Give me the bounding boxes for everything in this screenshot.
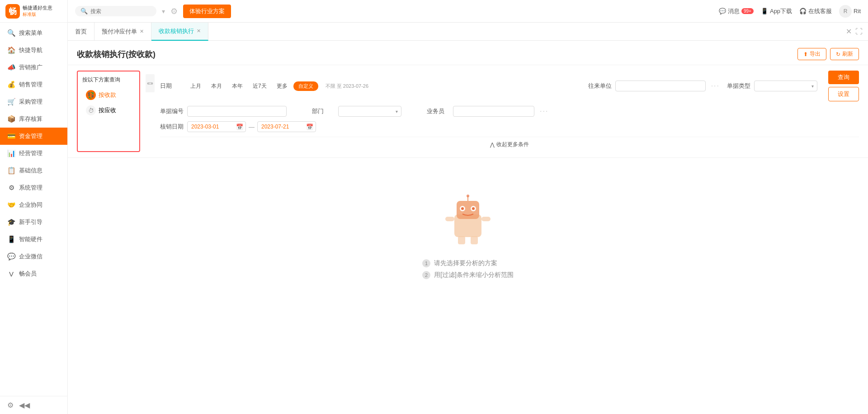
collapse-more-btn[interactable]: ⋀ 收起更多条件 [160, 137, 859, 152]
hint-num-2: 2 [422, 271, 430, 279]
svg-rect-8 [458, 236, 465, 244]
filter-counterparty-field: 往来单位 ··· [588, 81, 720, 91]
home-icon: 🏠 [7, 46, 15, 54]
empty-hints: 1 请先选择要分析的方案 2 用[过滤]条件来缩小分析范围 [422, 259, 514, 279]
sidebar-item-finance[interactable]: 💳 资金管理 [0, 128, 67, 145]
action-buttons: 查询 设置 [828, 71, 859, 101]
search-dropdown-icon[interactable]: ▾ [162, 8, 165, 15]
app-icon: 📱 [761, 8, 768, 14]
date-last-month[interactable]: 上月 [186, 81, 205, 91]
query-button[interactable]: 查询 [828, 71, 859, 84]
department-select[interactable] [338, 106, 401, 117]
app-logo: 畅 畅捷通好生意 标准版 [0, 0, 67, 23]
collapse-more-icon: ⋀ [490, 142, 495, 148]
sidebar-item-system[interactable]: ⚙ 系统管理 [0, 179, 67, 196]
doctype-select-wrapper [754, 81, 817, 91]
sidebar-item-operations[interactable]: 📊 经营管理 [0, 145, 67, 162]
filter-row-1: 日期 上月 本月 本年 近7天 更多 自定义 不限 至 2023-07-26 [160, 71, 859, 101]
filter-row-3: 核销日期 📅 — 📅 [160, 121, 859, 132]
sidebar-item-basic[interactable]: 📋 基础信息 [0, 162, 67, 179]
filter-main: 日期 上月 本月 本年 近7天 更多 自定义 不限 至 2023-07-26 [160, 71, 859, 152]
sidebar-item-member[interactable]: V 畅会员 [0, 265, 67, 282]
filter-sidebar-collapse[interactable]: «» [146, 74, 155, 92]
top-header: 🔍 ▾ ⚙ 体验行业方案 💬 消息 99+ 📱 App下载 🎧 在线客服 R R… [68, 0, 868, 23]
message-badge: 99+ [741, 8, 754, 14]
filter-department-field: 部门 [312, 106, 401, 117]
tab-receivable[interactable]: 收款核销执行 ✕ [151, 23, 208, 41]
sidebar-item-sales[interactable]: 💰 销售管理 [0, 76, 67, 93]
salesperson-more-icon[interactable]: ··· [540, 107, 548, 115]
main-area: 🔍 ▾ ⚙ 体验行业方案 💬 消息 99+ 📱 App下载 🎧 在线客服 R R… [68, 0, 868, 414]
date-last-7days[interactable]: 近7天 [249, 81, 271, 91]
sidebar-item-search[interactable]: 🔍 搜索菜单 [0, 24, 67, 42]
page-title-bar: 收款核销执行(按收款) ⬆ 导出 ↻ 刷新 [68, 41, 868, 65]
search-icon: 🔍 [7, 29, 15, 37]
date-custom[interactable]: 自定义 [293, 81, 318, 91]
app-download-action[interactable]: 📱 App下载 [761, 7, 792, 15]
salesperson-label: 业务员 [427, 107, 449, 115]
tab-close-receivable[interactable]: ✕ [197, 28, 201, 34]
counterparty-input[interactable] [615, 81, 706, 91]
inventory-icon: 📦 [7, 115, 15, 123]
filter-area: 按以下方案查询 💱 按收款 ⏱ 按应收 «» [68, 65, 868, 158]
sidebar: 畅 畅捷通好生意 标准版 🔍 搜索菜单 🏠 快捷导航 📣 营销推广 💰 销售管理… [0, 0, 68, 414]
date-quick-group: 上月 本月 本年 近7天 更多 自定义 [186, 81, 318, 91]
logo-icon: 畅 [5, 4, 20, 19]
date-more[interactable]: 更多 [273, 81, 292, 91]
writeoff-end-cal-icon[interactable]: 📅 [306, 124, 313, 130]
refresh-icon: ↻ [836, 51, 840, 57]
tab-home[interactable]: 首页 [68, 23, 94, 41]
export-button[interactable]: ⬆ 导出 [797, 48, 826, 60]
app-name: 畅捷通好生意 [23, 5, 52, 11]
hardware-icon: 📱 [7, 235, 15, 243]
filter-sidebar: 按以下方案查询 💱 按收款 ⏱ 按应收 [77, 71, 140, 152]
filter-option-by-receivable[interactable]: ⏱ 按应收 [82, 103, 135, 118]
sidebar-item-enterprise[interactable]: 🤝 企业协同 [0, 196, 67, 214]
writeoff-start-cal-icon[interactable]: 📅 [236, 124, 243, 130]
tab-close-all-icon[interactable]: ✕ [846, 27, 852, 36]
counterparty-more-icon[interactable]: ··· [711, 82, 720, 90]
settings-gear-icon[interactable]: ⚙ [7, 401, 14, 409]
tab-expand-icon[interactable]: ⛶ [855, 28, 863, 36]
docnumber-input[interactable] [187, 106, 287, 117]
counterparty-label: 往来单位 [588, 82, 612, 90]
header-search-box[interactable]: 🔍 [75, 6, 156, 16]
header-actions: 💬 消息 99+ 📱 App下载 🎧 在线客服 R Rit [719, 5, 861, 18]
svg-point-11 [467, 195, 469, 197]
sidebar-item-quicknav[interactable]: 🏠 快捷导航 [0, 42, 67, 59]
refresh-button[interactable]: ↻ 刷新 [830, 48, 859, 60]
date-label: 日期 [160, 82, 183, 90]
member-icon: V [7, 270, 15, 278]
empty-state: 1 请先选择要分析的方案 2 用[过滤]条件来缩小分析范围 [68, 158, 868, 315]
sidebar-item-hardware[interactable]: 📱 智能硬件 [0, 231, 67, 248]
tab-close-prepay[interactable]: ✕ [140, 29, 144, 34]
settings-icon[interactable]: ⚙ [170, 6, 178, 16]
online-service-action[interactable]: 🎧 在线客服 [799, 7, 832, 15]
date-this-year[interactable]: 本年 [228, 81, 247, 91]
user-avatar[interactable]: R Rit [839, 5, 861, 18]
message-action[interactable]: 💬 消息 99+ [719, 7, 754, 15]
tab-prepay[interactable]: 预付冲应付单 ✕ [94, 23, 151, 41]
filter-option-by-receipt[interactable]: 💱 按收款 [82, 87, 135, 103]
trial-button[interactable]: 体验行业方案 [183, 5, 231, 18]
empty-illustration [441, 194, 495, 248]
sidebar-item-wechat[interactable]: 💬 企业微信 [0, 248, 67, 265]
date-this-month[interactable]: 本月 [207, 81, 226, 91]
sidebar-item-inventory[interactable]: 📦 库存核算 [0, 110, 67, 128]
settings-button[interactable]: 设置 [828, 87, 859, 101]
sidebar-collapse-icon[interactable]: ◀◀ [19, 401, 30, 409]
svg-rect-6 [445, 217, 454, 221]
sidebar-item-purchase[interactable]: 🛒 采购管理 [0, 93, 67, 110]
sidebar-item-marketing[interactable]: 📣 营销推广 [0, 59, 67, 76]
system-icon: ⚙ [7, 184, 15, 192]
salesperson-input[interactable] [453, 106, 534, 117]
department-select-wrapper [338, 106, 401, 117]
doctype-select[interactable] [754, 81, 817, 91]
app-version: 标准版 [23, 11, 52, 18]
marketing-icon: 📣 [7, 63, 15, 71]
guide-icon: 🎓 [7, 218, 15, 226]
search-input[interactable] [90, 8, 149, 14]
operations-icon: 📊 [7, 149, 15, 157]
sidebar-item-guide[interactable]: 🎓 新手引导 [0, 214, 67, 231]
filter-writeoff-date-field: 核销日期 📅 — 📅 [160, 121, 316, 132]
